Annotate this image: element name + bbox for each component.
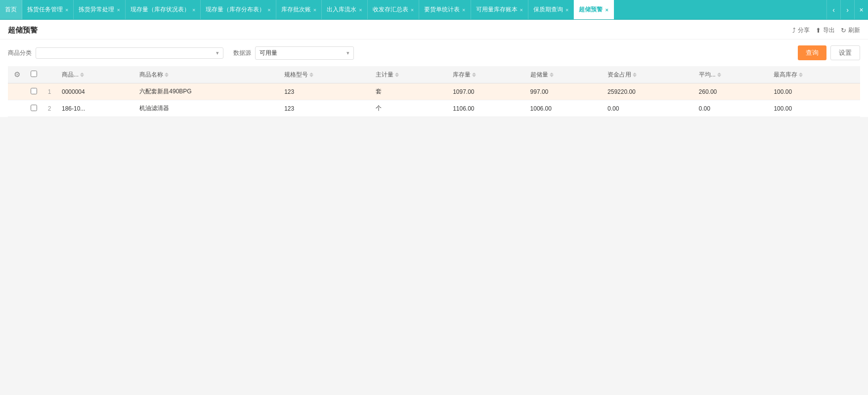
row-num-1: 2 [42, 100, 57, 117]
nav-next-arrow[interactable]: › [840, 0, 854, 20]
nav-item-recv-summary[interactable]: 收发存汇总表 × [368, 0, 419, 20]
column-spec[interactable]: 规格型号 [279, 66, 371, 83]
row-overstock-0: 997.00 [525, 83, 603, 100]
nav-close-available-account[interactable]: × [520, 7, 523, 13]
row-capital-0: 259220.00 [603, 83, 694, 100]
sort-product-code-icon [80, 73, 84, 77]
refresh-button[interactable]: ↻ 刷新 [841, 26, 860, 35]
datasource-filter: 数据源 可用量 ▾ [233, 46, 354, 60]
row-checkbox-1[interactable] [31, 105, 37, 111]
nav-item-inventory-dist[interactable]: 现存量（库存分布表） × [201, 0, 276, 20]
column-unit[interactable]: 主计量 [371, 66, 448, 83]
column-checkbox[interactable] [26, 66, 42, 83]
column-row-num [42, 66, 57, 83]
datasource-value: 可用量 [260, 49, 347, 57]
row-max-stock-1: 100.00 [769, 100, 860, 117]
row-spec-1: 123 [279, 100, 371, 117]
table-header-row: ⚙ 商品... [8, 66, 860, 83]
nav-item-task-mgmt[interactable]: 拣货任务管理 × [22, 0, 74, 20]
category-select[interactable]: ▾ [36, 47, 223, 59]
nav-close-overstock-alert[interactable]: × [605, 7, 608, 13]
nav-close-arrow[interactable]: × [854, 0, 868, 20]
query-button[interactable]: 查询 [798, 45, 826, 60]
row-avg-0: 260.00 [694, 83, 769, 100]
category-chevron-icon: ▾ [216, 50, 219, 56]
row-product-name-1: 机油滤清器 [134, 100, 279, 117]
nav-item-overstock-alert[interactable]: 超储预警 × [574, 0, 613, 20]
row-overstock-1: 1006.00 [525, 100, 603, 117]
page-title: 超储预警 [8, 26, 38, 35]
settings-button[interactable]: 设置 [830, 45, 860, 60]
header-actions: ⤴ 分享 ⬆ 导出 ↻ 刷新 [792, 26, 860, 35]
row-checkbox-0[interactable] [31, 88, 37, 94]
sort-capital-icon [633, 73, 637, 77]
row-num-0: 1 [42, 83, 57, 100]
sort-unit-icon [395, 73, 399, 77]
select-all-checkbox[interactable] [31, 71, 37, 77]
row-avg-1: 0.00 [694, 100, 769, 117]
nav-close-inventory-dist[interactable]: × [267, 7, 270, 13]
sort-max-stock-icon [799, 73, 803, 77]
nav-item-home[interactable]: 首页 [0, 0, 22, 20]
sort-avg-icon [717, 73, 721, 77]
table-body: 1 0000004 六配套新昌490BPG 123 套 1097.00 997.… [8, 83, 860, 117]
nav-close-batch-account[interactable]: × [313, 7, 316, 13]
share-button[interactable]: ⤴ 分享 [792, 26, 810, 35]
nav-close-recv-summary[interactable]: × [411, 7, 414, 13]
page-container: 超储预警 ⤴ 分享 ⬆ 导出 ↻ 刷新 商品分类 ▾ 数据源 [0, 20, 868, 117]
nav-close-in-out-flow[interactable]: × [359, 7, 362, 13]
column-overstock[interactable]: 超储量 [525, 66, 603, 83]
top-navigation: 首页拣货任务管理 ×拣货异常处理 ×现存量（库存状况表） ×现存量（库存分布表）… [0, 0, 868, 20]
row-max-stock-0: 100.00 [769, 83, 860, 100]
row-unit-1: 个 [371, 100, 448, 117]
nav-item-inventory-status[interactable]: 现存量（库存状况表） × [126, 0, 201, 20]
nav-close-order-stats[interactable]: × [462, 7, 465, 13]
category-label: 商品分类 [8, 49, 32, 57]
row-inventory-1: 1106.00 [448, 100, 525, 117]
row-unit-0: 套 [371, 83, 448, 100]
datasource-select[interactable]: 可用量 ▾ [255, 46, 354, 60]
share-icon: ⤴ [792, 27, 796, 34]
row-inventory-0: 1097.00 [448, 83, 525, 100]
nav-prev-arrow[interactable]: ‹ [826, 0, 840, 20]
column-product-code[interactable]: 商品... [57, 66, 134, 83]
column-gear[interactable]: ⚙ [8, 66, 26, 83]
nav-close-inventory-status[interactable]: × [192, 7, 195, 13]
row-capital-1: 0.00 [603, 100, 694, 117]
column-product-name[interactable]: 商品名称 [134, 66, 279, 83]
gear-icon[interactable]: ⚙ [14, 70, 20, 79]
row-checkbox-cell-1[interactable] [26, 100, 42, 117]
datasource-chevron-icon: ▾ [347, 50, 349, 56]
export-button[interactable]: ⬆ 导出 [816, 26, 835, 35]
nav-item-available-account[interactable]: 可用量库存账本 × [471, 0, 528, 20]
nav-arrows: ‹ › × [826, 0, 868, 20]
nav-close-task-mgmt[interactable]: × [65, 7, 68, 13]
nav-item-in-out-flow[interactable]: 出入库流水 × [322, 0, 367, 20]
nav-item-order-stats[interactable]: 要货单统计表 × [419, 0, 471, 20]
column-inventory[interactable]: 库存量 [448, 66, 525, 83]
column-avg[interactable]: 平均... [694, 66, 769, 83]
nav-item-abnormal[interactable]: 拣货异常处理 × [74, 0, 125, 20]
column-capital[interactable]: 资金占用 [603, 66, 694, 83]
nav-item-quality-check[interactable]: 保质期查询 × [528, 0, 574, 20]
nav-item-batch-account[interactable]: 库存批次账 × [276, 0, 322, 20]
nav-close-abnormal[interactable]: × [117, 7, 120, 13]
sort-spec-icon [309, 73, 313, 77]
column-max-stock[interactable]: 最高库存 [769, 66, 860, 83]
export-icon: ⬆ [816, 27, 821, 34]
row-spec-0: 123 [279, 83, 371, 100]
sort-inventory-icon [472, 73, 476, 77]
filter-bar: 商品分类 ▾ 数据源 可用量 ▾ 查询 设置 [0, 40, 868, 66]
row-gear-0 [8, 83, 26, 100]
overstock-table: ⚙ 商品... [8, 66, 860, 117]
table-row: 2 186-10... 机油滤清器 123 个 1106.00 1006.00 … [8, 100, 860, 117]
row-product-code-0: 0000004 [57, 83, 134, 100]
datasource-label: 数据源 [233, 49, 251, 57]
category-filter: 商品分类 ▾ [8, 47, 223, 59]
row-product-name-0: 六配套新昌490BPG [134, 83, 279, 100]
sort-product-name-icon [165, 73, 169, 77]
row-checkbox-cell-0[interactable] [26, 83, 42, 100]
nav-close-quality-check[interactable]: × [565, 7, 568, 13]
refresh-icon: ↻ [841, 27, 846, 34]
table-row: 1 0000004 六配套新昌490BPG 123 套 1097.00 997.… [8, 83, 860, 100]
